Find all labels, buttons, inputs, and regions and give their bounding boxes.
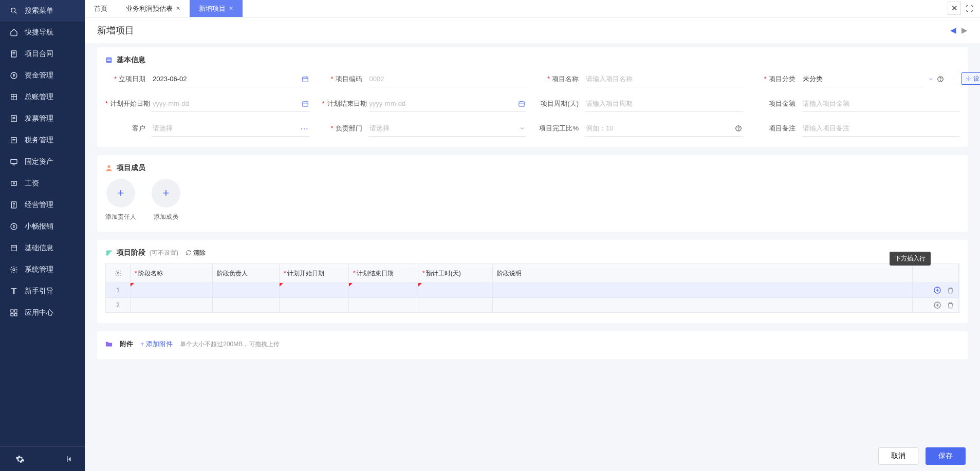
- cell-plan-start[interactable]: [280, 298, 349, 312]
- cell-est-hours[interactable]: [418, 283, 493, 297]
- more-icon[interactable]: ⋯: [300, 124, 309, 134]
- sidebar-item-search-menu[interactable]: 搜索菜单: [0, 0, 85, 22]
- sidebar-item-fixed-assets[interactable]: 固定资产: [0, 151, 85, 173]
- table-row[interactable]: 1: [106, 282, 959, 297]
- cell-phase-desc[interactable]: [493, 283, 913, 297]
- sidebar-item-salary[interactable]: 工资: [0, 173, 85, 194]
- chevron-down-icon[interactable]: [519, 125, 525, 131]
- clear-phases-button[interactable]: 清除: [186, 249, 206, 257]
- help-icon[interactable]: [735, 125, 742, 132]
- svg-rect-39: [302, 102, 308, 106]
- cell-plan-start[interactable]: [280, 283, 349, 297]
- sidebar-item-project-contract[interactable]: 项目合同: [0, 43, 85, 65]
- sidebar-item-fund-mgmt[interactable]: 资金管理: [0, 65, 85, 86]
- svg-point-0: [11, 8, 15, 12]
- tab-home[interactable]: 首页: [85, 0, 117, 17]
- sidebar-label: 固定资产: [25, 157, 53, 166]
- cell-phase-desc[interactable]: [493, 298, 913, 312]
- calendar-icon[interactable]: [302, 76, 309, 83]
- settings-icon[interactable]: [15, 455, 25, 464]
- sidebar-item-ledger-mgmt[interactable]: 总账管理: [0, 86, 85, 108]
- sidebar-items: 搜索菜单 快捷导航 项目合同 资金管理 总账管理 发票管理: [0, 0, 85, 446]
- tab-profit-estimate[interactable]: 业务利润预估表 ✕: [117, 0, 190, 17]
- cell-phase-name[interactable]: [131, 283, 213, 297]
- insert-row-icon[interactable]: [933, 286, 941, 294]
- cell-est-hours[interactable]: [418, 298, 493, 312]
- main: 首页 业务利润预估表 ✕ 新增项目 ✕ ✕ ⛶ 新增项目 ◀ ▶: [85, 0, 980, 471]
- svg-point-37: [940, 81, 941, 81]
- save-button[interactable]: 保存: [926, 447, 966, 465]
- sidebar-label: 总账管理: [25, 92, 53, 102]
- delete-row-icon[interactable]: [947, 302, 954, 309]
- next-record-icon[interactable]: ▶: [961, 26, 968, 35]
- attach-row: 附件 添加附件 单个大小不超过200MB，可拖拽上传: [105, 340, 959, 349]
- calendar-icon[interactable]: [518, 100, 525, 107]
- dept-select[interactable]: [368, 120, 527, 137]
- field-remark: 项目备注: [755, 120, 960, 137]
- cell-phase-owner[interactable]: [213, 283, 280, 297]
- plan-end-input[interactable]: [368, 96, 527, 112]
- add-attachment-link[interactable]: 添加附件: [140, 340, 173, 349]
- name-input[interactable]: [585, 71, 743, 87]
- expand-icon[interactable]: ⛶: [964, 3, 975, 14]
- sidebar-item-newbie-guide[interactable]: 新手引导: [0, 280, 85, 302]
- insert-row-icon[interactable]: [933, 301, 941, 309]
- section-title: 基本信息: [117, 55, 145, 65]
- add-owner-button[interactable]: + 添加责任人: [105, 179, 136, 221]
- sidebar-item-quick-nav[interactable]: 快捷导航: [0, 22, 85, 43]
- field-amount: 项目金额: [755, 96, 960, 112]
- folder-icon: [105, 341, 113, 348]
- progress-input[interactable]: [585, 120, 743, 137]
- delete-row-icon[interactable]: [947, 287, 954, 294]
- close-icon[interactable]: ✕: [229, 5, 233, 12]
- customer-select[interactable]: [152, 120, 310, 137]
- help-icon[interactable]: [937, 76, 944, 83]
- svg-rect-25: [14, 310, 17, 312]
- cell-phase-name[interactable]: [131, 298, 213, 312]
- row-number: 1: [106, 283, 131, 297]
- col-plan-start: 计划开始日期: [280, 264, 349, 282]
- label: 项目分类: [755, 74, 802, 84]
- code-input[interactable]: [368, 71, 527, 87]
- sidebar-item-invoice-mgmt[interactable]: 发票管理: [0, 108, 85, 129]
- category-select[interactable]: [802, 71, 924, 87]
- calendar-icon[interactable]: [302, 100, 309, 107]
- period-input[interactable]: [585, 96, 743, 112]
- plan-start-input[interactable]: [152, 96, 310, 112]
- col-settings[interactable]: [106, 264, 131, 282]
- sidebar-item-xiaochang-expense[interactable]: 小畅报销: [0, 216, 85, 237]
- add-member-button[interactable]: + 添加成员: [152, 179, 180, 221]
- sidebar-label: 工资: [25, 179, 39, 188]
- sidebar-item-operation-mgmt[interactable]: 经营管理: [0, 194, 85, 216]
- sidebar-item-app-center[interactable]: 应用中心: [0, 302, 85, 324]
- close-panel-button[interactable]: ✕: [948, 2, 961, 15]
- config-button[interactable]: 设置: [961, 72, 980, 85]
- user-icon: [105, 164, 113, 172]
- plus-icon: +: [152, 179, 180, 208]
- sidebar-item-system-mgmt[interactable]: 系统管理: [0, 259, 85, 280]
- contract-icon: [9, 49, 19, 59]
- sidebar-label: 发票管理: [25, 114, 53, 123]
- chevron-down-icon[interactable]: [928, 76, 934, 82]
- table-row[interactable]: 2: [106, 297, 959, 312]
- collapse-sidebar-icon[interactable]: [65, 455, 75, 464]
- sidebar-item-tax-mgmt[interactable]: 税务管理: [0, 129, 85, 151]
- sidebar-label: 新手引导: [25, 287, 53, 296]
- col-ops: [913, 264, 959, 282]
- tab-new-project[interactable]: 新增项目 ✕: [190, 0, 243, 17]
- sidebar-item-basic-info[interactable]: 基础信息: [0, 237, 85, 259]
- remark-input[interactable]: [802, 120, 960, 137]
- cancel-button[interactable]: 取消: [878, 447, 918, 465]
- cell-plan-end[interactable]: [349, 298, 418, 312]
- cell-plan-end[interactable]: [349, 283, 418, 297]
- create-date-input[interactable]: [152, 71, 310, 87]
- label: 计划结束日期: [322, 99, 368, 108]
- prev-record-icon[interactable]: ◀: [950, 26, 956, 35]
- section-header: 基本信息: [105, 55, 959, 65]
- amount-input[interactable]: [802, 96, 960, 112]
- label: 客户: [105, 124, 152, 133]
- close-icon[interactable]: ✕: [176, 5, 180, 12]
- label: 项目名称: [539, 74, 585, 84]
- tab-label: 首页: [94, 4, 107, 13]
- cell-phase-owner[interactable]: [213, 298, 280, 312]
